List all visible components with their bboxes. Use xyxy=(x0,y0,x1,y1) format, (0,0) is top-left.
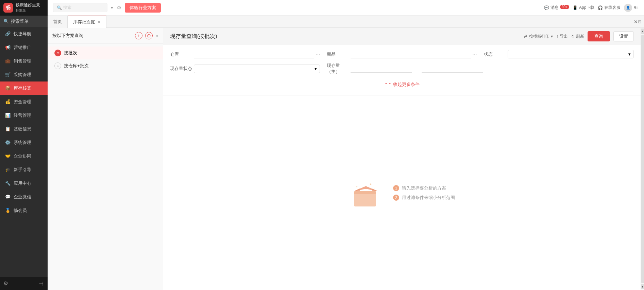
scroll-track: ▲ ▼ xyxy=(641,28,644,290)
tip1-text: 请先选择要分析的方案 xyxy=(402,185,446,191)
sidebar-item-sales[interactable]: 💼 销售管理 xyxy=(0,54,48,68)
setting-button[interactable]: 设置 xyxy=(613,31,634,41)
sidebar-item-member[interactable]: 🏅 畅会员 xyxy=(0,204,48,217)
scroll-thumb[interactable] xyxy=(641,35,644,283)
tab-inventory-batch[interactable]: 库存批次账 ✕ xyxy=(68,16,106,28)
sidebar-item-enterprise[interactable]: 🤝 企业协同 xyxy=(0,149,48,163)
stock-qty-from-input[interactable] xyxy=(351,65,412,73)
sidebar-item-purchase[interactable]: 🛒 采购管理 xyxy=(0,68,48,81)
search-label: 搜索菜单 xyxy=(11,18,29,24)
message-badge: 99+ xyxy=(560,5,569,9)
filter-row-1: 仓库 ··· 商品 ··· 状态 ▾ xyxy=(170,50,634,58)
messages-button[interactable]: 💬 消息 99+ xyxy=(544,5,569,11)
app-edition: 标准版 xyxy=(16,8,40,13)
warehouse-batch-icon: ○ xyxy=(57,64,59,68)
dash-separator: — xyxy=(414,66,419,71)
stock-status-label: 现存量状态 xyxy=(170,66,194,72)
refresh-icon: ↻ xyxy=(571,34,575,39)
sidebar-item-label: 销售管理 xyxy=(14,58,31,64)
scroll-up-btn[interactable]: ▲ xyxy=(641,29,644,34)
print-button[interactable]: 🖨 按模板打印 ▾ xyxy=(524,34,553,39)
sidebar: 畅 畅康通好生意 标准版 🔍 搜索菜单 🔗 快捷导航 📢 营销推广 💼 销售管理… xyxy=(0,0,48,290)
tab-home[interactable]: 首页 xyxy=(48,16,68,28)
schema-item-batch[interactable]: ⊙ 按批次 xyxy=(48,47,163,59)
sidebar-item-appcenter[interactable]: 🔧 应用中心 xyxy=(0,177,48,190)
product-input[interactable] xyxy=(351,50,471,58)
sidebar-item-system[interactable]: ⚙️ 系统管理 xyxy=(0,136,48,149)
tabs-bar: 首页 库存批次账 ✕ ✕ ⊡ xyxy=(48,16,644,28)
purchase-icon: 🛒 xyxy=(5,72,11,78)
online-service-button[interactable]: 🎧 在线客服 xyxy=(598,5,621,11)
experience-industry-button[interactable]: 体验行业方案 xyxy=(125,3,161,13)
content-area: 按以下方案查询 + ⊙ « ⊙ xyxy=(48,28,644,290)
refresh-button[interactable]: ↻ 刷新 xyxy=(571,34,584,39)
page-header: 现存量查询(按批次) 🖨 按模板打印 ▾ ↑ 导出 ↻ 刷新 xyxy=(163,28,641,45)
search-icon: 🔍 xyxy=(3,19,9,24)
sidebar-item-basic[interactable]: 📋 基础信息 xyxy=(0,122,48,136)
sidebar-bottom: ⚙ ⊣ xyxy=(0,277,48,290)
chevron-down-icon: ▾ xyxy=(628,52,631,57)
collapse-more-btn[interactable]: ⌃⌃ 收起更多条件 xyxy=(170,79,634,90)
gear-icon[interactable]: ⚙ xyxy=(117,4,121,11)
page-actions: 🖨 按模板打印 ▾ ↑ 导出 ↻ 刷新 查询 设置 xyxy=(524,31,634,41)
sidebar-item-marketing[interactable]: 📢 营销推广 xyxy=(0,41,48,54)
plus-icon: + xyxy=(137,33,140,38)
enterprise-icon: 🤝 xyxy=(5,153,11,159)
empty-illustration: ✦ ✦ · xyxy=(349,176,383,210)
search-placeholder: 搜索 xyxy=(63,5,71,11)
svg-marker-2 xyxy=(354,188,360,191)
settings-icon[interactable]: ⚙ xyxy=(3,280,8,287)
app-download-button[interactable]: 📱 App下载 xyxy=(573,5,594,11)
tab-home-label: 首页 xyxy=(53,19,62,25)
stock-status-select[interactable]: ▾ xyxy=(194,65,320,73)
scroll-down-btn[interactable]: ▼ xyxy=(641,284,644,289)
basic-icon: 📋 xyxy=(5,126,11,132)
schema-item-warehouse-batch[interactable]: ○ 按仓库+批次 xyxy=(48,59,163,72)
warehouse-filter: 仓库 ··· xyxy=(170,50,320,58)
user-avatar[interactable]: 👤 Rit xyxy=(624,4,639,12)
tip2-text: 用过滤条件来缩小分析范围 xyxy=(402,195,455,201)
chevron-down-icon[interactable]: ▾ xyxy=(111,5,113,10)
collapse-panel-button[interactable]: « xyxy=(155,33,158,38)
chevron-down-icon: ▾ xyxy=(315,66,317,71)
search-input-area[interactable]: 🔍 搜索 xyxy=(53,3,107,12)
tab-close-icon[interactable]: ✕ xyxy=(97,20,101,24)
query-button[interactable]: 查询 xyxy=(588,31,610,41)
sidebar-search[interactable]: 🔍 搜索菜单 xyxy=(0,16,48,27)
appcenter-icon: 🔧 xyxy=(5,180,11,186)
add-schema-button[interactable]: + xyxy=(135,32,142,39)
empty-tip-2: 2 用过滤条件来缩小分析范围 xyxy=(393,195,455,201)
stock-status-filter: 现存量状态 ▾ xyxy=(170,65,320,73)
warehouse-more-icon[interactable]: ··· xyxy=(316,51,320,57)
sidebar-item-newbie[interactable]: 🎓 新手引导 xyxy=(0,163,48,177)
product-more-icon[interactable]: ··· xyxy=(472,51,477,57)
stock-qty-to-input[interactable] xyxy=(422,65,483,73)
refresh-label: 刷新 xyxy=(576,34,584,39)
sidebar-item-wechat[interactable]: 💬 企业微信 xyxy=(0,190,48,204)
warehouse-input[interactable] xyxy=(194,50,314,58)
tip2-number: 2 xyxy=(393,195,399,201)
sidebar-item-label: 快捷导航 xyxy=(14,31,31,37)
svg-rect-4 xyxy=(354,191,376,194)
schema-settings-button[interactable]: ⊙ xyxy=(145,32,153,39)
sidebar-item-finance[interactable]: 💰 资金管理 xyxy=(0,95,48,109)
sales-icon: 💼 xyxy=(5,58,11,64)
sidebar-item-shortcut[interactable]: 🔗 快捷导航 xyxy=(0,27,48,41)
print-icon: 🖨 xyxy=(524,34,528,39)
sidebar-item-label: 营销推广 xyxy=(14,44,31,51)
search-icon: 🔍 xyxy=(57,5,62,10)
sidebar-scroll-up[interactable]: ⊣ xyxy=(38,280,44,287)
app-download-label: App下载 xyxy=(579,5,594,11)
tab-active-label: 库存批次账 xyxy=(73,19,95,25)
status-select[interactable]: ▾ xyxy=(508,50,634,58)
app-logo: 畅 xyxy=(3,3,13,13)
product-filter: 商品 ··· xyxy=(327,50,477,58)
sidebar-item-operations[interactable]: 📊 经营管理 xyxy=(0,109,48,122)
export-button[interactable]: ↑ 导出 xyxy=(556,34,568,39)
main-close-button[interactable]: ✕ xyxy=(634,19,638,24)
tip1-number: 1 xyxy=(393,185,399,191)
message-icon: 💬 xyxy=(544,5,549,10)
sidebar-item-inventory[interactable]: 📦 库存核算 xyxy=(0,81,48,95)
sidebar-header: 畅 畅康通好生意 标准版 xyxy=(0,0,48,16)
resize-icon[interactable]: ⊡ xyxy=(638,19,641,24)
